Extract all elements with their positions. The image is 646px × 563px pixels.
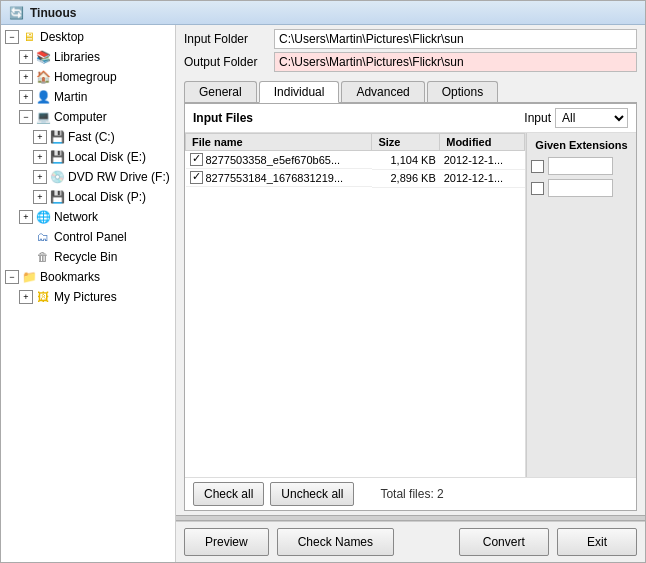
tab-advanced[interactable]: Advanced bbox=[341, 81, 424, 102]
output-folder-label: Output Folder bbox=[184, 55, 274, 69]
sidebar-item-control-panel[interactable]: 🗂 Control Panel bbox=[17, 227, 175, 247]
file-controls: Check all Uncheck all Total files: 2 bbox=[185, 477, 636, 510]
sidebar-label-libraries: Libraries bbox=[54, 50, 100, 64]
sidebar-item-libraries[interactable]: + 📚 Libraries bbox=[17, 47, 175, 67]
input-files-area: Input Files Input All Selected bbox=[184, 103, 637, 511]
table-row[interactable]: 8277553184_1676831219... 2,896 KB 2012-1… bbox=[186, 169, 525, 187]
sidebar-label-local-disk-p: Local Disk (P:) bbox=[68, 190, 146, 204]
input-select[interactable]: All Selected bbox=[555, 108, 628, 128]
sidebar-item-dvd-f[interactable]: + 💿 DVD RW Drive (F:) bbox=[31, 167, 175, 187]
ext-row-2 bbox=[531, 179, 632, 197]
libraries-icon: 📚 bbox=[35, 49, 51, 65]
sidebar-item-my-pictures[interactable]: + 🖼 My Pictures bbox=[17, 287, 175, 307]
tab-general[interactable]: General bbox=[184, 81, 257, 102]
sidebar-label-control-panel: Control Panel bbox=[54, 230, 127, 244]
expand-network[interactable]: + bbox=[19, 210, 33, 224]
sidebar-label-desktop: Desktop bbox=[40, 30, 84, 44]
expand-local-disk-e[interactable]: + bbox=[33, 150, 47, 164]
sidebar-item-fast-c[interactable]: + 💾 Fast (C:) bbox=[31, 127, 175, 147]
tab-options[interactable]: Options bbox=[427, 81, 498, 102]
ext-input-2[interactable] bbox=[548, 179, 613, 197]
input-dropdown: Input All Selected bbox=[524, 108, 628, 128]
desktop-icon: 🖥 bbox=[21, 29, 37, 45]
input-files-header: Input Files Input All Selected bbox=[185, 104, 636, 133]
sidebar-label-martin: Martin bbox=[54, 90, 87, 104]
sidebar-label-fast-c: Fast (C:) bbox=[68, 130, 115, 144]
computer-icon: 💻 bbox=[35, 109, 51, 125]
tab-individual[interactable]: Individual bbox=[259, 81, 340, 103]
sidebar-item-homegroup[interactable]: + 🏠 Homegroup bbox=[17, 67, 175, 87]
sidebar-label-computer: Computer bbox=[54, 110, 107, 124]
ext-input-1[interactable] bbox=[548, 157, 613, 175]
window-title: Tinuous bbox=[30, 6, 76, 20]
exit-button[interactable]: Exit bbox=[557, 528, 637, 556]
ext-checkbox-2[interactable] bbox=[531, 182, 544, 195]
file-modified-0: 2012-12-1... bbox=[440, 151, 525, 170]
total-files: Total files: 2 bbox=[380, 487, 443, 501]
sidebar-item-bookmarks[interactable]: − 📁 Bookmarks bbox=[3, 267, 175, 287]
martin-icon: 👤 bbox=[35, 89, 51, 105]
expand-my-pictures[interactable]: + bbox=[19, 290, 33, 304]
file-size-0: 1,104 KB bbox=[372, 151, 440, 170]
output-folder-field[interactable] bbox=[274, 52, 637, 72]
file-modified-1: 2012-12-1... bbox=[440, 169, 525, 187]
convert-button[interactable]: Convert bbox=[459, 528, 549, 556]
file-size-1: 2,896 KB bbox=[372, 169, 440, 187]
sidebar-item-recycle-bin[interactable]: 🗑 Recycle Bin bbox=[17, 247, 175, 267]
expand-computer[interactable]: − bbox=[19, 110, 33, 124]
expand-martin[interactable]: + bbox=[19, 90, 33, 104]
input-folder-field[interactable] bbox=[274, 29, 637, 49]
sidebar-label-dvd-f: DVD RW Drive (F:) bbox=[68, 170, 170, 184]
extensions-panel: Given Extensions bbox=[526, 133, 636, 477]
dvd-f-icon: 💿 bbox=[49, 169, 65, 185]
uncheck-all-button[interactable]: Uncheck all bbox=[270, 482, 354, 506]
preview-button[interactable]: Preview bbox=[184, 528, 269, 556]
sidebar-item-martin[interactable]: + 👤 Martin bbox=[17, 87, 175, 107]
file-checkbox-1[interactable] bbox=[190, 171, 203, 184]
file-table-area: File name Size Modified 8277503358_e5ef6… bbox=[185, 133, 526, 477]
title-bar: 🔄 Tinuous bbox=[1, 1, 645, 25]
expand-fast-c[interactable]: + bbox=[33, 130, 47, 144]
sidebar-label-homegroup: Homegroup bbox=[54, 70, 117, 84]
sidebar-label-recycle-bin: Recycle Bin bbox=[54, 250, 117, 264]
input-folder-row: Input Folder bbox=[184, 29, 637, 49]
expand-dvd-f[interactable]: + bbox=[33, 170, 47, 184]
sidebar-item-computer[interactable]: − 💻 Computer bbox=[17, 107, 175, 127]
expand-local-disk-p[interactable]: + bbox=[33, 190, 47, 204]
file-table: File name Size Modified 8277503358_e5ef6… bbox=[185, 133, 525, 188]
my-pictures-icon: 🖼 bbox=[35, 289, 51, 305]
input-label: Input bbox=[524, 111, 551, 125]
check-all-button[interactable]: Check all bbox=[193, 482, 264, 506]
bookmarks-icon: 📁 bbox=[21, 269, 37, 285]
sidebar-item-network[interactable]: + 🌐 Network bbox=[17, 207, 175, 227]
table-row[interactable]: 8277503358_e5ef670b65... 1,104 KB 2012-1… bbox=[186, 151, 525, 170]
check-names-button[interactable]: Check Names bbox=[277, 528, 394, 556]
expand-desktop[interactable]: − bbox=[5, 30, 19, 44]
homegroup-icon: 🏠 bbox=[35, 69, 51, 85]
col-size: Size bbox=[372, 134, 440, 151]
app-icon: 🔄 bbox=[9, 6, 24, 20]
path-rows: Input Folder Output Folder bbox=[176, 25, 645, 77]
recycle-bin-icon: 🗑 bbox=[35, 249, 51, 265]
file-name-1: 8277553184_1676831219... bbox=[206, 172, 344, 184]
ext-checkbox-1[interactable] bbox=[531, 160, 544, 173]
sidebar-label-network: Network bbox=[54, 210, 98, 224]
sidebar-item-local-disk-p[interactable]: + 💾 Local Disk (P:) bbox=[31, 187, 175, 207]
control-panel-icon: 🗂 bbox=[35, 229, 51, 245]
sidebar-item-desktop[interactable]: − 🖥 Desktop bbox=[3, 27, 175, 47]
right-panel: Input Folder Output Folder General Indiv… bbox=[176, 25, 645, 562]
main-content: − 🖥 Desktop + 📚 Libraries + 🏠 Homegroup bbox=[1, 25, 645, 562]
sidebar-label-bookmarks: Bookmarks bbox=[40, 270, 100, 284]
bottom-buttons: Preview Check Names Convert Exit bbox=[176, 521, 645, 562]
file-checkbox-0[interactable] bbox=[190, 153, 203, 166]
input-folder-label: Input Folder bbox=[184, 32, 274, 46]
tab-bar: General Individual Advanced Options bbox=[184, 81, 637, 103]
sidebar-item-local-disk-e[interactable]: + 💾 Local Disk (E:) bbox=[31, 147, 175, 167]
expand-bookmarks[interactable]: − bbox=[5, 270, 19, 284]
expand-homegroup[interactable]: + bbox=[19, 70, 33, 84]
local-disk-p-icon: 💾 bbox=[49, 189, 65, 205]
sidebar-label-local-disk-e: Local Disk (E:) bbox=[68, 150, 146, 164]
local-disk-e-icon: 💾 bbox=[49, 149, 65, 165]
main-window: 🔄 Tinuous − 🖥 Desktop + 📚 Libraries bbox=[0, 0, 646, 563]
expand-libraries[interactable]: + bbox=[19, 50, 33, 64]
